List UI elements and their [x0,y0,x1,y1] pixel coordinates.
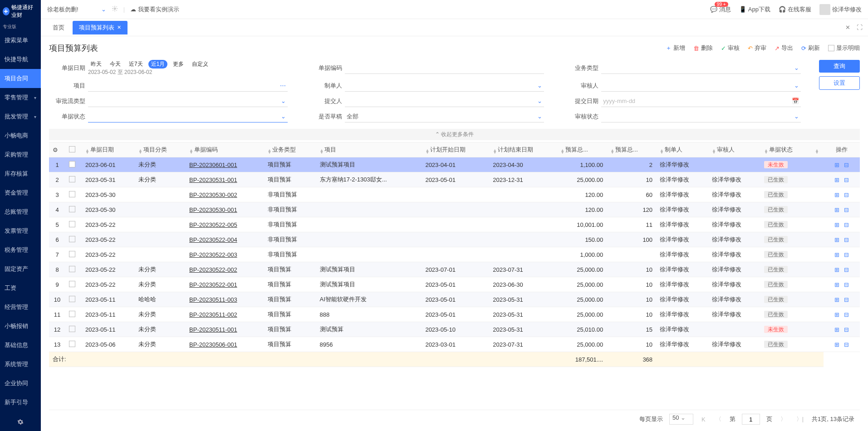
tab-budget-list[interactable]: 项目预算列表 ✕ [73,21,128,34]
row-checkbox[interactable] [69,221,75,227]
more-icon[interactable]: ⊟ [844,176,849,183]
row-checkbox[interactable] [69,251,75,257]
bill-code-link[interactable]: BP-20230511-001 [189,326,237,333]
date-chip[interactable]: 近7天 [126,60,146,69]
column-header[interactable]: ▲▼单据日期 [82,142,135,157]
page-size-select[interactable]: 50 ⌄ [669,414,693,425]
bill-code-link[interactable]: BP-20230522-005 [189,221,237,228]
table-row[interactable]: 13 2023-05-06 未分类 BP-20230506-001 项目预算 8… [49,337,860,352]
column-header[interactable]: 操作 [824,142,860,157]
sidebar-item[interactable]: 采购管理 [0,145,41,164]
column-header[interactable]: ▲▼制单人 [656,142,708,157]
column-header[interactable]: ▲▼审核人 [708,142,760,157]
sidebar-item[interactable]: 总账管理 [0,202,41,221]
column-header[interactable]: ▲▼预算总... [557,142,607,157]
tab-home[interactable]: 首页 [46,21,71,34]
column-header[interactable]: ▲▼项目分类 [135,142,186,157]
horizontal-scrollbar[interactable] [49,367,860,373]
more-icon[interactable]: ⊟ [844,251,849,258]
creator-select[interactable]: ⌄ [345,80,544,92]
new-button[interactable]: ＋新增 [666,44,685,52]
next-page-button[interactable]: 〉 [779,415,788,423]
more-icon[interactable]: ⊟ [844,311,849,318]
more-icon[interactable]: ⊟ [844,206,849,213]
view-icon[interactable]: ⊞ [834,191,839,198]
sidebar-item[interactable]: 系统管理 [0,355,41,374]
fullscreen-icon[interactable]: ⛶ [857,24,863,31]
more-icon[interactable]: ⊟ [844,281,849,288]
flow-type-select[interactable]: ⌄ [88,95,288,107]
column-header[interactable]: ▲▼业务类型 [264,142,316,157]
bill-code-link[interactable]: BP-20230506-001 [189,341,237,348]
sidebar-item[interactable]: 税务管理 [0,240,41,260]
more-icon[interactable]: ⊟ [844,326,849,333]
row-checkbox[interactable] [69,341,75,347]
table-row[interactable]: 2 2023-05-31 未分类 BP-20230531-001 项目预算 东方… [49,172,860,187]
show-detail-toggle[interactable]: 显示明细 [828,44,860,52]
table-row[interactable]: 9 2023-05-22 未分类 BP-20230522-001 项目预算 测试… [49,277,860,292]
bill-code-link[interactable]: BP-20230530-002 [189,191,237,198]
refresh-button[interactable]: ⟳刷新 [801,44,820,52]
row-checkbox[interactable] [69,236,75,242]
page-number-input[interactable] [742,414,760,425]
bill-code-link[interactable]: BP-20230530-001 [189,206,237,213]
sidebar-item[interactable]: 资金管理 [0,183,41,202]
more-icon[interactable]: ⊟ [844,162,849,168]
column-header[interactable]: ▲▼计划结束日期 [489,142,557,157]
sidebar-item[interactable]: 基础信息 [0,336,41,355]
first-page-button[interactable]: K [700,416,707,423]
view-icon[interactable]: ⊞ [834,206,839,213]
last-page-button[interactable]: 〉| [794,415,805,423]
table-row[interactable]: 4 2023-05-30 BP-20230530-001 非项目预算 120.0… [49,202,860,217]
filter-settings-button[interactable]: 设置 [819,76,860,90]
tab-close-all-icon[interactable]: ✕ [845,24,850,31]
bill-code-link[interactable]: BP-20230511-003 [189,296,237,303]
more-icon[interactable]: ⊟ [844,341,849,348]
more-icon[interactable]: ⊟ [844,236,849,243]
org-selector[interactable]: 徐老板勿删! ⌄ [47,5,106,14]
row-checkbox[interactable] [69,206,75,212]
sidebar-item[interactable]: 小畅报销 [0,317,41,336]
view-icon[interactable]: ⊞ [834,221,839,228]
column-header[interactable]: ▲▼ [811,142,824,157]
view-icon[interactable]: ⊞ [834,326,839,333]
view-icon[interactable]: ⊞ [834,296,839,303]
bill-code-link[interactable]: BP-20230522-001 [189,281,237,288]
view-icon[interactable]: ⊞ [834,162,839,168]
demo-link[interactable]: ☁ 我要看实例演示 [130,5,179,14]
view-icon[interactable]: ⊞ [834,266,839,273]
sidebar-item[interactable]: 经营管理 [0,298,41,317]
column-header[interactable]: ▲▼单据状态 [760,142,811,157]
bill-code-link[interactable]: BP-20230531-001 [189,176,237,183]
row-checkbox[interactable] [69,326,75,332]
view-icon[interactable]: ⊞ [834,251,839,258]
table-row[interactable]: 1 2023-06-01 未分类 BP-20230601-001 项目预算 测试… [49,157,860,172]
date-chip[interactable]: 自定义 [189,60,211,69]
more-icon[interactable]: ⊟ [844,296,849,303]
bill-code-link[interactable]: BP-20230522-002 [189,266,237,273]
row-checkbox[interactable] [69,191,75,197]
app-download-button[interactable]: 📱 App下载 [739,5,770,14]
view-icon[interactable]: ⊞ [834,311,839,318]
close-icon[interactable]: ✕ [117,24,121,30]
drop-audit-button[interactable]: ↶弃审 [748,44,766,52]
submitter-select[interactable]: ⌄ [345,95,544,107]
export-button[interactable]: ↗导出 [775,44,793,52]
bill-code-link[interactable]: BP-20230522-004 [189,236,237,243]
user-menu[interactable]: 徐泽华修改 [819,4,862,15]
table-row[interactable]: 11 2023-05-11 未分类 BP-20230511-002 项目预算 8… [49,307,860,322]
sidebar-item[interactable]: 项目合同 [0,69,41,88]
column-settings-icon[interactable]: ⚙ [53,147,58,153]
date-chip[interactable]: 更多 [170,60,186,69]
message-button[interactable]: 99 + 💬 消息 [710,5,731,14]
submit-date-input[interactable]: yyyy-mm-dd📅 [601,95,801,107]
bill-status-select[interactable]: ⌄ [88,111,288,122]
column-header[interactable]: ▲▼预算总... [607,142,656,157]
more-icon[interactable]: ⊟ [844,266,849,273]
settings-icon[interactable] [112,5,118,13]
sidebar-item[interactable]: 库存核算 [0,164,41,183]
column-header[interactable]: ▲▼计划开始日期 [422,142,489,157]
sidebar-item[interactable]: 新手引导 [0,393,41,412]
audit-button[interactable]: ✓审核 [721,44,740,52]
row-checkbox[interactable] [69,176,75,182]
